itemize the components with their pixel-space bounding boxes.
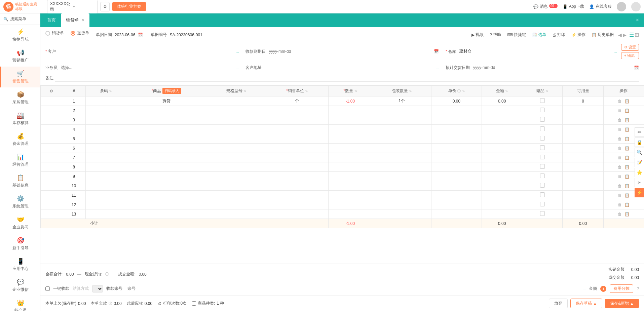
row-gift[interactable] (522, 162, 563, 172)
expense-help-icon[interactable]: ? (637, 286, 639, 291)
one-click-payment-checkbox[interactable] (45, 286, 50, 291)
grid-view-btn[interactable]: ⊞ (635, 32, 639, 38)
company-selector[interactable]: XXXXXX公司 ▼ (47, 0, 98, 14)
row-gift[interactable] (522, 172, 563, 181)
row-gift[interactable] (522, 106, 563, 115)
float-lock-btn[interactable]: 🔒 (635, 138, 644, 147)
calendar-icon[interactable]: 📅 (138, 33, 143, 37)
app-download-btn[interactable]: 📱 App下载 (563, 4, 584, 9)
row-gift[interactable] (522, 115, 563, 125)
delete-icon[interactable]: 🗑 (618, 165, 622, 169)
copy-icon[interactable]: 📋 (624, 165, 630, 169)
sidebar-item-enterprise[interactable]: 🤝 企业协同 (0, 212, 40, 233)
delete-icon[interactable]: 🗑 (618, 155, 622, 160)
tab-home[interactable]: 首页 (42, 13, 61, 27)
discount-info-icon[interactable]: ⓘ (105, 272, 109, 277)
copy-icon[interactable]: 📋 (624, 184, 630, 188)
copy-icon[interactable]: 📋 (624, 212, 630, 217)
customer-addr-more-btn[interactable]: ... (436, 66, 439, 70)
row-gift[interactable] (522, 200, 563, 209)
row-gift[interactable] (522, 191, 563, 200)
delete-icon[interactable]: 🗑 (618, 118, 622, 122)
goods-type-checkbox[interactable] (192, 301, 196, 306)
sidebar-item-quick-nav[interactable]: ⚡ 快捷导航 (0, 25, 40, 46)
delete-icon[interactable]: 🗑 (618, 108, 622, 113)
row-gift[interactable] (522, 144, 563, 153)
row-gift[interactable] (522, 181, 563, 191)
float-note-btn[interactable]: 📝 (635, 158, 644, 167)
radio-sales[interactable]: 销货单 (45, 30, 64, 36)
delete-icon[interactable]: 🗑 (618, 202, 622, 207)
prev-btn[interactable]: ◀ (618, 32, 622, 38)
message-btn[interactable]: 💬 消息 99+ (533, 4, 558, 9)
delivery-date-input[interactable] (471, 64, 632, 71)
tab-close-all-btn[interactable]: × (633, 17, 642, 23)
copy-icon[interactable]: 📋 (624, 99, 630, 104)
salesperson-more-btn[interactable]: ... (236, 66, 239, 70)
row-gift[interactable] (522, 125, 563, 134)
logistics-btn[interactable]: + 物流 (621, 52, 639, 59)
copy-icon[interactable]: 📋 (624, 174, 630, 179)
delete-icon[interactable]: 🗑 (618, 174, 622, 179)
col-settings[interactable]: ⚙ (41, 86, 62, 96)
tab-sales-order[interactable]: 销货单 × (61, 13, 89, 27)
row-gift[interactable] (522, 153, 563, 162)
payment-date-calendar-icon[interactable]: 📅 (434, 49, 439, 54)
copy-icon[interactable]: 📋 (624, 146, 630, 151)
save-new-dropdown-icon[interactable]: ▲ (630, 301, 634, 306)
save-new-btn[interactable]: 保存&新增 ▲ (605, 299, 639, 308)
select-tool[interactable]: 📑 选单 (530, 31, 548, 38)
customer-addr-input[interactable] (263, 64, 434, 71)
salesperson-input[interactable] (59, 64, 234, 71)
float-edit-btn[interactable]: ✏ (635, 127, 644, 137)
customer-more-btn[interactable]: ... (236, 49, 239, 53)
balance-info-icon[interactable]: ⓘ (109, 301, 112, 306)
copy-icon[interactable]: 📋 (624, 127, 630, 132)
copy-icon[interactable]: 📋 (624, 108, 630, 113)
sidebar-item-inventory[interactable]: 🏭 库存核算 (0, 108, 40, 129)
sidebar-item-wechat[interactable]: 💬 企业微信 (0, 275, 40, 296)
copy-icon[interactable]: 📋 (624, 202, 630, 207)
warehouse-more-btn[interactable]: ... (614, 49, 617, 53)
sidebar-item-finance[interactable]: 💰 资金管理 (0, 129, 40, 150)
sidebar-item-member[interactable]: 👑 畅会员 (0, 296, 40, 311)
sidebar-item-system[interactable]: ⚙️ 系统管理 (0, 192, 40, 212)
customer-input[interactable] (58, 48, 234, 55)
setup-btn[interactable]: ⚙ 设置 (621, 44, 639, 51)
float-star-btn[interactable]: ⭐ (635, 168, 644, 177)
payment-method-select[interactable] (92, 285, 103, 293)
avatar[interactable] (617, 2, 626, 11)
scan-btn[interactable]: 扫码录入 (162, 88, 181, 94)
sidebar-item-appstore[interactable]: 📱 应用中心 (0, 254, 40, 275)
shortcut-tool[interactable]: ⌨ 快捷键 (505, 31, 528, 38)
float-search-btn[interactable]: 🔍 (635, 148, 644, 157)
copy-icon[interactable]: 📋 (624, 118, 630, 122)
delete-icon[interactable]: 🗑 (618, 137, 622, 141)
delete-icon[interactable]: 🗑 (618, 99, 622, 104)
delete-icon[interactable]: 🗑 (618, 184, 622, 188)
delete-icon[interactable]: 🗑 (618, 193, 622, 198)
list-view-btn[interactable]: ☰ (629, 32, 634, 38)
video-tool[interactable]: ▶ 视频 (470, 31, 485, 38)
save-draft-btn[interactable]: 保存草稿 ▲ (570, 299, 602, 308)
float-orange-btn[interactable]: ⚡ (635, 188, 644, 197)
sidebar-item-sales[interactable]: 🛒 销售管理 (0, 67, 40, 87)
sidebar-search[interactable]: 🔍 搜索菜单 (0, 13, 40, 25)
save-draft-dropdown-icon[interactable]: ▲ (593, 301, 597, 306)
delete-icon[interactable]: 🗑 (618, 212, 622, 217)
sidebar-item-purchase[interactable]: 📦 采购管理 (0, 87, 40, 108)
history-tool[interactable]: 📋 历史单据 (590, 31, 615, 38)
copy-icon[interactable]: 📋 (624, 137, 630, 141)
sidebar-item-basic[interactable]: 📋 基础信息 (0, 171, 40, 192)
settings-icon[interactable]: ⚙ (100, 2, 110, 11)
sidebar-item-operation[interactable]: 📊 经营管理 (0, 150, 40, 171)
payment-account-input[interactable] (126, 285, 579, 292)
add-payment-btn[interactable]: + (600, 286, 606, 292)
delete-icon[interactable]: 🗑 (618, 127, 622, 132)
copy-icon[interactable]: 📋 (624, 193, 630, 198)
row-gift[interactable] (522, 96, 563, 106)
payment-date-input[interactable] (267, 48, 432, 55)
online-service-btn[interactable]: 👤 在线客服 (589, 4, 612, 9)
radio-return[interactable]: 退货单 (71, 30, 89, 36)
row-gift[interactable] (522, 209, 563, 219)
